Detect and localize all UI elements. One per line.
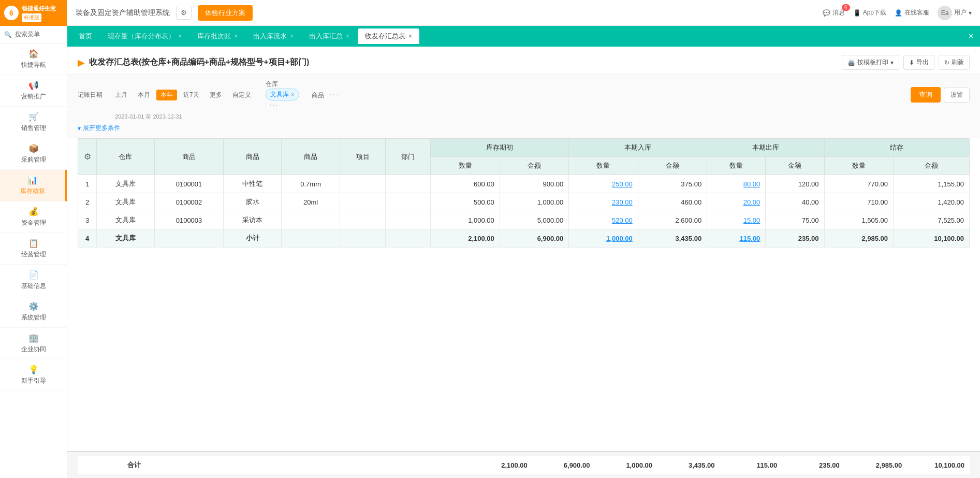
tab-recv-send-summary-label: 收发存汇总表 (365, 32, 405, 41)
subtotal-out-amt: 235.00 (766, 229, 824, 248)
settings-btn[interactable]: ⚙ (176, 6, 192, 20)
sales-icon: 🛒 (28, 112, 39, 122)
sidebar-item-sales[interactable]: 🛒 销售管理 (0, 107, 67, 138)
online-service-action[interactable]: 👤 在线客服 (895, 8, 929, 17)
sidebar-item-operations[interactable]: 📋 经营管理 (0, 233, 67, 265)
tab-bar: 首页 现存量（库存分布表） × 库存批次账 × 出入库流水 × 出入库汇总 × … (67, 26, 980, 47)
goods-more-btn[interactable]: ··· (330, 90, 340, 99)
tab-inout-summary-close[interactable]: × (346, 33, 349, 40)
experience-btn[interactable]: 体验行业方案 (198, 5, 253, 21)
col-bal-amt-header: 金额 (894, 157, 970, 175)
col-in-qty-header: 数量 (569, 157, 638, 175)
cell-bal-qty: 710.00 (824, 193, 893, 211)
total-no-cell (78, 456, 103, 474)
top-header: 装备及固定资产辅助管理系统 ⚙ 体验行业方案 💬 消息 6 📱 App下载 👤 … (67, 0, 980, 26)
tab-inout-flow-close[interactable]: × (290, 33, 294, 40)
tab-recv-send-summary-close[interactable]: × (408, 33, 412, 40)
filter-area: 记账日期 上月 本月 本年 近7天 更多 自定义 仓库 文具库 × (67, 75, 980, 138)
total-table: 合计 2,100.00 6,900.00 1,000.00 3,435.00 1… (78, 456, 970, 474)
table-header-group-row: ⚙ 仓库 商品 商品 商品 项目 部门 库存期初 本期入库 本期出库 结存 (78, 139, 970, 157)
sidebar-item-system[interactable]: ⚙️ 系统管理 (0, 296, 67, 328)
sidebar-item-guide[interactable]: 💡 新手引导 (0, 359, 67, 391)
cell-init-qty: 600.00 (431, 175, 500, 193)
tab-batch[interactable]: 库存批次账 × (190, 28, 245, 44)
warehouse-tag-close[interactable]: × (291, 91, 295, 98)
export-btn[interactable]: ⬇ 导出 (903, 55, 934, 70)
purchase-label: 采购管理 (21, 155, 46, 164)
sidebar-item-marketing[interactable]: 📢 营销推广 (0, 75, 67, 107)
set-btn[interactable]: 设置 (944, 88, 970, 103)
sidebar-item-quick-nav[interactable]: 🏠 快捷导航 (0, 44, 67, 75)
col-settings-header: ⚙ (78, 139, 97, 175)
cell-dept (385, 193, 431, 211)
expand-more-btn[interactable]: ▾ 展开更多条件 (78, 124, 970, 133)
user-label: 用户 (954, 8, 967, 17)
app-download-action[interactable]: 📱 App下载 (853, 8, 886, 17)
col-warehouse-header: 仓库 (97, 139, 155, 175)
cell-out-qty[interactable]: 15.00 (707, 211, 766, 229)
print-label: 按模板打印 (857, 58, 888, 67)
subtotal-out-qty[interactable]: 115.00 (707, 229, 766, 248)
col-bal-qty-header: 数量 (824, 157, 893, 175)
table-row: 2 文具库 0100002 胶水 20ml 500.00 1,000.00 23… (78, 193, 970, 211)
tab-recv-send-summary[interactable]: 收发存汇总表 × (358, 28, 419, 44)
col-dept-header: 部门 (385, 139, 431, 175)
col-init-qty-header: 数量 (431, 157, 500, 175)
cell-bal-amt: 7,525.00 (894, 211, 970, 229)
sidebar-item-basic-info[interactable]: 📄 基础信息 (0, 265, 67, 296)
sidebar-item-finance[interactable]: 💰 资金管理 (0, 201, 67, 233)
tab-stock-dist-close[interactable]: × (178, 33, 182, 40)
cell-in-qty[interactable]: 250.00 (569, 175, 638, 193)
tab-home-label: 首页 (79, 32, 92, 41)
tab-inout-summary[interactable]: 出入库汇总 × (302, 28, 357, 44)
subtotal-warehouse: 文具库 (97, 229, 155, 248)
enterprise-icon: 🏢 (28, 333, 39, 343)
table-settings-icon[interactable]: ⚙ (84, 152, 91, 161)
subtotal-in-amt: 3,435.00 (638, 229, 707, 248)
operations-label: 经营管理 (21, 250, 46, 259)
query-btn[interactable]: 查询 (911, 87, 941, 103)
table-row: 3 文具库 0100003 采访本 1,000.00 5,000.00 520.… (78, 211, 970, 229)
tab-batch-close[interactable]: × (234, 33, 238, 40)
cell-init-amt: 900.00 (500, 175, 568, 193)
subtotal-init-amt: 6,900.00 (500, 229, 568, 248)
close-all-tabs-btn[interactable]: × (966, 29, 976, 44)
cell-in-qty[interactable]: 230.00 (569, 193, 638, 211)
custom-date-btn[interactable]: 自定义 (228, 90, 255, 100)
subtotal-in-qty[interactable]: 1,000.00 (569, 229, 638, 248)
sidebar-item-search[interactable]: 🔍 搜索菜单 (0, 26, 67, 44)
tab-home[interactable]: 首页 (71, 28, 99, 44)
total-out-qty: 115.00 (720, 456, 783, 474)
message-action[interactable]: 💬 消息 6 (823, 8, 845, 17)
enterprise-label: 企业协同 (21, 345, 46, 354)
cell-out-qty[interactable]: 80.00 (707, 175, 766, 193)
page-content: ▶ 收发存汇总表(按仓库+商品编码+商品+规格型号+项目+部门) 🖨️ 按模板打… (67, 47, 980, 451)
cell-out-amt: 120.00 (766, 175, 824, 193)
message-icon: 💬 (823, 9, 830, 17)
warehouse-more-btn[interactable]: ··· (269, 100, 279, 109)
brand-name: 畅捷通好生意 (22, 5, 56, 12)
cell-out-qty[interactable]: 20.00 (707, 193, 766, 211)
this-year-btn[interactable]: 本年 (156, 90, 177, 100)
export-icon: ⬇ (909, 59, 914, 66)
sidebar-item-inventory[interactable]: 📊 库存核算 (0, 170, 67, 201)
collapse-icon[interactable]: ▶ (78, 57, 85, 68)
last-7-days-btn[interactable]: 近7天 (179, 90, 203, 100)
header-left: 装备及固定资产辅助管理系统 ⚙ 体验行业方案 (76, 5, 253, 21)
cell-in-qty[interactable]: 520.00 (569, 211, 638, 229)
refresh-label: 刷新 (952, 58, 964, 67)
cell-in-amt: 2,600.00 (638, 211, 707, 229)
sidebar-item-purchase[interactable]: 📦 采购管理 (0, 138, 67, 170)
sidebar-item-enterprise[interactable]: 🏢 企业协同 (0, 328, 67, 359)
basic-info-icon: 📄 (28, 270, 39, 280)
tab-stock-dist[interactable]: 现存量（库存分布表） × (100, 28, 189, 44)
quick-nav-icon: 🏠 (28, 49, 39, 59)
tab-inout-flow[interactable]: 出入库流水 × (246, 28, 301, 44)
more-dates-btn[interactable]: 更多 (206, 90, 226, 100)
last-month-btn[interactable]: 上月 (111, 90, 131, 100)
guide-label: 新手引导 (21, 376, 46, 385)
user-action[interactable]: Ea 用户 ▾ (938, 6, 972, 20)
refresh-btn[interactable]: ↻ 刷新 (939, 55, 970, 70)
print-btn[interactable]: 🖨️ 按模板打印 ▾ (842, 55, 899, 70)
this-month-btn[interactable]: 本月 (134, 90, 154, 100)
